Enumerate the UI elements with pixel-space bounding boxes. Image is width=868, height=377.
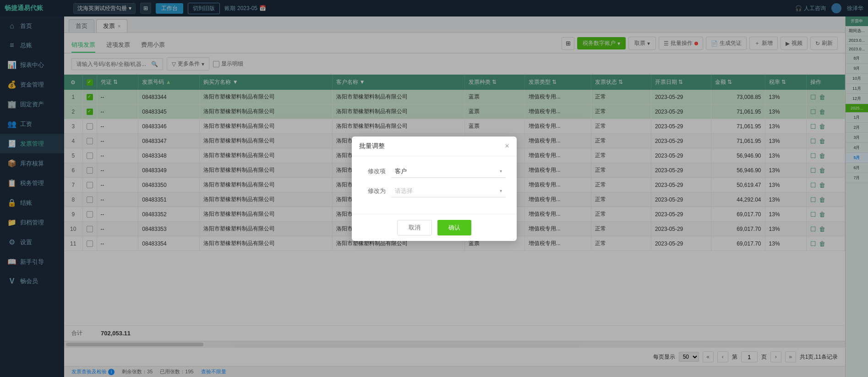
modify-value-label: 修改为 [363, 187, 386, 195]
modal-header: 批量调整 × [352, 137, 517, 156]
modal-footer: 取消 确认 [352, 214, 517, 241]
modal-title: 批量调整 [359, 142, 385, 150]
modal-close-button[interactable]: × [505, 142, 509, 150]
batch-adjust-modal: 批量调整 × 修改项 客户 ▾ 修改为 请选择 ▾ 取消 确认 [352, 137, 517, 241]
modal-overlay: 批量调整 × 修改项 客户 ▾ 修改为 请选择 ▾ 取消 确认 [0, 0, 868, 377]
modify-field-label: 修改项 [363, 167, 386, 175]
modify-field-select[interactable]: 客户 ▾ [391, 165, 506, 178]
modal-body: 修改项 客户 ▾ 修改为 请选择 ▾ [352, 156, 517, 214]
modal-cancel-button[interactable]: 取消 [397, 220, 432, 235]
modify-value-select[interactable]: 请选择 ▾ [391, 185, 506, 197]
modify-field-row: 修改项 客户 ▾ [363, 165, 506, 178]
modify-field-value: 客户 [395, 167, 407, 175]
modify-field-chevron: ▾ [500, 169, 502, 174]
modify-value-row: 修改为 请选择 ▾ [363, 185, 506, 197]
modify-value-chevron: ▾ [500, 188, 502, 193]
modal-confirm-button[interactable]: 确认 [437, 220, 471, 235]
modify-value-placeholder: 请选择 [395, 187, 413, 195]
